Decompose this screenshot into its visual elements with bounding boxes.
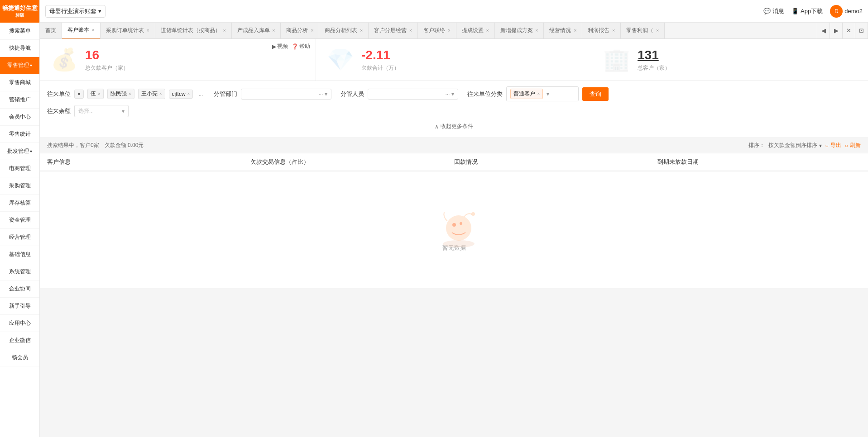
sidebar-item-wholesale-mgmt[interactable]: 批发管理▾ [0,143,39,160]
filter-row-2: 往来余额 选择... ▾ [47,105,861,117]
tab-close-purchase-stat[interactable]: × [223,28,226,33]
sidebar-item-purchase[interactable]: 采购管理 [0,177,39,195]
overdue-customers-icon: 💰 [51,46,78,73]
sidebar-item-finance[interactable]: 资金管理 [0,212,39,229]
tab-biz-situation[interactable]: 经营情况× [544,23,582,39]
tab-close-cost-in[interactable]: × [273,28,275,33]
sidebar-item-quick-nav[interactable]: 快捷导航 [0,40,39,57]
tab-controls: ◀ ▶ ✕ ⊡ [817,23,868,39]
col-customer-info: 客户信息 [47,158,250,166]
person-select[interactable]: ··· ▾ [368,89,458,100]
tab-customer-seg[interactable]: 客户分层经营× [369,23,418,39]
sidebar-item-operation[interactable]: 经营管理 [0,229,39,246]
category-tag-close[interactable]: × [537,91,540,96]
tab-close-customer-account[interactable]: × [92,28,95,33]
tab-close-goods-analysis[interactable]: × [311,28,313,33]
balance-select[interactable]: 选择... ▾ [74,105,129,117]
sidebar-item-search[interactable]: 搜索菜单 [0,23,39,40]
tab-profit-report[interactable]: 利润报告× [582,23,621,39]
tab-prev-btn[interactable]: ◀ [817,23,830,39]
sidebar-item-vip-member[interactable]: 畅会员 [0,349,39,366]
sidebar-item-inventory[interactable]: 库存核算 [0,195,39,212]
tab-close-promote-settings[interactable]: × [486,28,489,33]
balance-label: 往来余额 [47,107,71,115]
export-btn[interactable]: ○ 导出 [825,142,841,149]
tab-retail-profit[interactable]: 零售利润（× [621,23,665,39]
tab-purchase-stat[interactable]: 进货单统计表（按商品）× [155,23,232,39]
sidebar-item-label-wholesale-mgmt: 批发管理 [7,147,29,155]
sidebar-item-retail-mgmt[interactable]: 零售管理▾ [0,57,39,74]
stat-total-customers-info: 131 总客户（家） [638,48,670,72]
tab-close-customer-contact[interactable]: × [448,28,451,33]
sidebar-item-basic-info[interactable]: 基础信息 [0,246,39,263]
tab-close-goods-analysis-list[interactable]: × [360,28,363,33]
dept-select[interactable]: ··· ▾ [241,89,331,100]
arrow-icon: ▾ [30,149,32,154]
tab-customer-account[interactable]: 客户账本× [62,23,101,39]
tab-goods-analysis-list[interactable]: 商品分析列表× [319,23,369,39]
user-profile[interactable]: D demo2 [830,5,863,18]
overdue-customers-label: 总欠款客户（家） [85,64,129,72]
filter-tag-wang-close[interactable]: × [159,91,162,96]
category-select[interactable]: 普通客户 × ▾ [506,86,579,101]
sidebar-item-enterprise[interactable]: 企业协同 [0,280,39,298]
tab-customer-contact[interactable]: 客户联络× [418,23,456,39]
col-payment-status: 回款情况 [454,158,657,166]
sidebar-item-sys-mgmt[interactable]: 系统管理 [0,263,39,280]
tab-label-new-promote: 新增提成方案 [500,27,533,34]
person-more-icon: ··· [445,91,450,97]
sidebar-item-app-center[interactable]: 应用中心 [0,315,39,332]
sidebar-item-ecommerce[interactable]: 电商管理 [0,160,39,177]
filter-tag-wu-close[interactable]: × [98,91,101,96]
filter-tag-cj-close[interactable]: × [187,91,190,96]
tab-label-promote-settings: 提成设置 [462,27,484,34]
tab-close-customer-seg[interactable]: × [409,28,412,33]
overdue-amount-icon: 💎 [327,46,354,73]
filter-more-tags[interactable]: ... [197,90,205,98]
help-btn[interactable]: ❓ 帮助 [292,43,310,50]
sidebar-item-wechat-biz[interactable]: 企业微信 [0,332,39,349]
tab-close-profit-report[interactable]: × [612,28,615,33]
refresh-btn[interactable]: ○ 刷新 [845,142,861,149]
query-button[interactable]: 查询 [582,87,609,101]
tab-label-customer-seg: 客户分层经营 [374,27,407,34]
col-due-date: 到期未放款日期 [657,158,861,166]
company-selector[interactable]: 母婴行业演示账套 ▾ [45,5,106,18]
tab-purchase-order[interactable]: 采购订单统计表× [101,23,155,39]
message-btn[interactable]: 💬 消息 [763,7,784,15]
tab-new-promote[interactable]: 新增提成方案× [495,23,544,39]
sidebar-item-retail-stat[interactable]: 零售统计 [0,126,39,143]
filter-tag-cj: cjttcw × [169,90,193,99]
filter-tag-wang: 王小亮 × [138,89,165,99]
tab-goods-analysis[interactable]: 商品分析× [281,23,319,39]
sort-select[interactable]: 按欠款金额倒序排序 ▾ [768,142,822,149]
tab-next-btn[interactable]: ▶ [830,23,843,39]
result-bar: 搜索结果中，客户0家 欠款金额 0.00元 排序： 按欠款金额倒序排序 ▾ ○ … [40,138,868,153]
collapse-btn[interactable]: ∧ 收起更多条件 [435,123,473,130]
table-header: 客户信息 欠款交易信息（占比） 回款情况 到期未放款日期 [40,153,868,171]
tab-label-customer-account: 客户账本 [67,26,89,34]
sidebar-item-marketing[interactable]: 营销推广 [0,91,39,109]
tab-close-purchase-order[interactable]: × [147,28,149,33]
tab-close-biz-situation[interactable]: × [574,28,576,33]
filter-tag-chen-close[interactable]: × [129,91,131,96]
stat-overdue-amount: 💎 -2.11 欠款合计（万） [316,39,592,81]
video-btn[interactable]: ▶ 视频 [272,43,288,50]
person-arrow-icon: ▾ [451,91,454,97]
app-download-btn[interactable]: 📱 App下载 [791,7,823,15]
tab-cost-in[interactable]: 产成品入库单× [232,23,281,39]
tab-promote-settings[interactable]: 提成设置× [456,23,495,39]
sidebar-item-new-guide[interactable]: 新手引导 [0,298,39,315]
sidebar-item-retail-mall[interactable]: 零售商城 [0,74,39,91]
topbar-left: 母婴行业演示账套 ▾ [45,5,106,18]
tab-close-all-btn[interactable]: ✕ [843,23,855,39]
search-result-text: 搜索结果中，客户0家 [47,142,99,149]
filter-row-1: 往来单位 × 伍 × 陈民强 × 王小亮 × cjttcw [47,86,861,101]
sidebar-item-member-center[interactable]: 会员中心 [0,109,39,126]
tab-maximize-btn[interactable]: ⊡ [855,23,868,39]
tab-home[interactable]: 首页 [40,23,62,39]
page-content: 💰 16 总欠款客户（家） ▶ 视频 ❓ 帮助 💎 -2.11 欠款合计（万） [40,39,868,437]
tab-close-retail-profit[interactable]: × [656,28,659,33]
topbar: 母婴行业演示账套 ▾ 💬 消息 📱 App下载 D demo2 [40,0,868,23]
tab-close-new-promote[interactable]: × [536,28,538,33]
